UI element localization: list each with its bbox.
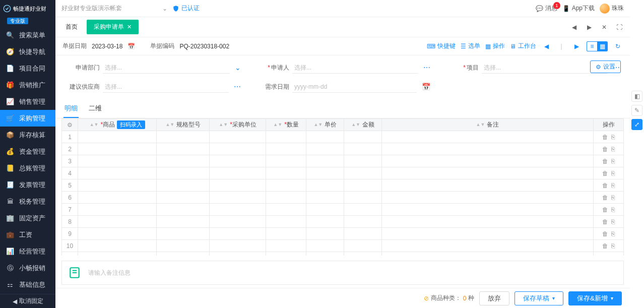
project-input[interactable] [482, 61, 608, 74]
rail-button-2[interactable]: ✎ [631, 105, 642, 116]
table-row[interactable]: 10🗑⎘ [62, 240, 624, 252]
sidebar-item-3[interactable]: 🎁营销推广 [0, 77, 55, 93]
doc-date-value[interactable]: 2023-03-18 [92, 43, 122, 50]
col-amount[interactable]: ▲▼金额 [344, 119, 382, 131]
sidebar-item-0[interactable]: 🔍搜索菜单 [0, 27, 55, 43]
delete-icon[interactable]: 🗑 [602, 255, 608, 256]
delete-icon[interactable]: 🗑 [602, 230, 608, 237]
copy-icon[interactable]: ⎘ [611, 182, 615, 189]
app-download-button[interactable]: 📱 App下载 [562, 4, 595, 13]
delete-icon[interactable]: 🗑 [602, 242, 608, 250]
table-row[interactable]: 3🗑⎘ [62, 155, 624, 167]
fullscreen-button[interactable]: ⛶ [614, 22, 625, 33]
sidebar-item-5[interactable]: 🛒采购管理 [0, 110, 55, 127]
user-menu[interactable]: 珠珠 [600, 4, 624, 14]
more-icon[interactable]: ⋯ [232, 83, 243, 91]
sidebar-item-9[interactable]: 🧾发票管理 [0, 176, 55, 193]
refresh-button[interactable]: ↻ [613, 41, 623, 51]
tab-close-all-button[interactable]: ✕ [599, 22, 610, 33]
sidebar-item-4[interactable]: 📈销售管理 [0, 93, 55, 110]
select-order-button[interactable]: ☰选单 [461, 42, 480, 50]
need-date-input[interactable] [292, 81, 417, 93]
table-row[interactable]: 4🗑⎘ [62, 167, 624, 179]
delete-icon[interactable]: 🗑 [602, 194, 608, 201]
account-selector[interactable]: 好业财专业版演示帐套 ⌄ [61, 4, 167, 13]
col-qty[interactable]: ▲▼*数量 [266, 119, 306, 131]
chevron-down-icon[interactable]: ⌄ [233, 64, 243, 72]
sidebar-item-15[interactable]: ⚏基础信息 [0, 276, 55, 293]
sidebar-item-10[interactable]: 🏛税务管理 [0, 193, 55, 210]
sidebar-item-6[interactable]: 📦库存核算 [0, 127, 55, 143]
table-row[interactable]: 7🗑⎘ [62, 204, 624, 216]
sidebar-item-11[interactable]: 🏢固定资产 [0, 210, 55, 226]
discard-button[interactable]: 放弃 [479, 291, 509, 305]
col-unit[interactable]: ▲▼*采购单位 [210, 119, 266, 131]
operations-button[interactable]: ▦操作 [485, 42, 505, 50]
col-product[interactable]: ▲▼*商品 扫码录入 [78, 119, 157, 131]
applicant-input[interactable] [292, 61, 418, 74]
copy-icon[interactable]: ⎘ [611, 206, 615, 213]
table-row[interactable]: 9🗑⎘ [62, 228, 624, 240]
calendar-icon[interactable]: 📅 [420, 83, 432, 91]
tab-prev-button[interactable]: ◀ [568, 22, 579, 33]
table-row[interactable]: 2🗑⎘ [62, 143, 624, 155]
rail-button-1[interactable]: ◧ [631, 91, 642, 102]
delete-icon[interactable]: 🗑 [602, 170, 608, 177]
detail-tab-items[interactable]: 明细 [63, 100, 79, 118]
table-row[interactable]: 11🗑⎘ [62, 252, 624, 256]
more-icon[interactable]: ⋯ [421, 64, 432, 72]
sidebar-item-7[interactable]: 💰资金管理 [0, 143, 55, 160]
sidebar-item-1[interactable]: 🧭快捷导航 [0, 43, 55, 60]
save-draft-button[interactable]: 保存草稿 [514, 291, 563, 305]
copy-icon[interactable]: ⎘ [611, 146, 615, 153]
sidebar-item-8[interactable]: 📒总账管理 [0, 160, 55, 176]
tab-home[interactable]: 首页 [60, 20, 83, 34]
table-row[interactable]: 1🗑⎘ [62, 131, 624, 143]
supplier-input[interactable] [103, 81, 229, 93]
detail-tab-2d[interactable]: 二维 [88, 100, 103, 118]
save-and-new-button[interactable]: 保存&新增 [568, 291, 622, 305]
delete-icon[interactable]: 🗑 [602, 218, 608, 225]
col-spec[interactable]: ▲▼规格型号 [157, 119, 210, 131]
copy-icon[interactable]: ⎘ [611, 170, 615, 177]
copy-icon[interactable]: ⎘ [611, 218, 615, 225]
remark-input[interactable] [88, 269, 617, 276]
view-card-button[interactable]: ▦ [597, 42, 607, 51]
table-row[interactable]: 5🗑⎘ [62, 179, 624, 192]
sidebar-item-14[interactable]: Ⓖ小畅报销 [0, 260, 55, 276]
tab-next-button[interactable]: ▶ [584, 22, 595, 33]
workbench-button[interactable]: 🖥工作台 [510, 42, 536, 50]
delete-icon[interactable]: 🗑 [602, 206, 608, 213]
copy-icon[interactable]: ⎘ [611, 230, 615, 237]
table-settings-button[interactable]: ⚙ [62, 119, 78, 131]
shortcut-button[interactable]: ⌨快捷键 [427, 42, 456, 50]
table-row[interactable]: 8🗑⎘ [62, 216, 624, 228]
col-remark[interactable]: ▲▼备注 [382, 119, 594, 131]
nav-last-button[interactable]: ▶ [571, 41, 582, 51]
scan-button[interactable]: 扫码录入 [117, 120, 145, 129]
copy-icon[interactable]: ⎘ [611, 194, 615, 201]
rail-button-3[interactable]: ⤢ [631, 119, 642, 130]
delete-icon[interactable]: 🗑 [602, 182, 608, 189]
close-icon[interactable]: ✕ [127, 24, 132, 30]
sidebar-item-2[interactable]: 📄项目合同 [0, 60, 55, 77]
tab-purchase-request[interactable]: 采购申请单 ✕ [87, 20, 139, 34]
copy-icon[interactable]: ⎘ [611, 255, 615, 256]
nav-first-button[interactable]: ◀ [541, 41, 551, 51]
copy-icon[interactable]: ⎘ [611, 134, 615, 141]
sidebar-item-13[interactable]: 📊经营管理 [0, 243, 55, 260]
settings-button[interactable]: ⚙ 设置 [590, 60, 621, 73]
calendar-icon[interactable]: 📅 [127, 43, 135, 50]
copy-icon[interactable]: ⎘ [611, 158, 615, 165]
delete-icon[interactable]: 🗑 [602, 146, 608, 153]
delete-icon[interactable]: 🗑 [602, 134, 608, 141]
col-price[interactable]: ▲▼单价 [306, 119, 344, 131]
table-row[interactable]: 6🗑⎘ [62, 192, 624, 204]
unpin-button[interactable]: ◀ 取消固定 [0, 294, 55, 308]
copy-icon[interactable]: ⎘ [611, 242, 615, 250]
delete-icon[interactable]: 🗑 [602, 158, 608, 165]
dept-input[interactable] [103, 61, 230, 74]
messages-button[interactable]: 💬 消息 1 [536, 4, 557, 13]
sidebar-item-12[interactable]: 💼工资 [0, 226, 55, 243]
view-list-button[interactable]: ≡ [587, 42, 597, 51]
